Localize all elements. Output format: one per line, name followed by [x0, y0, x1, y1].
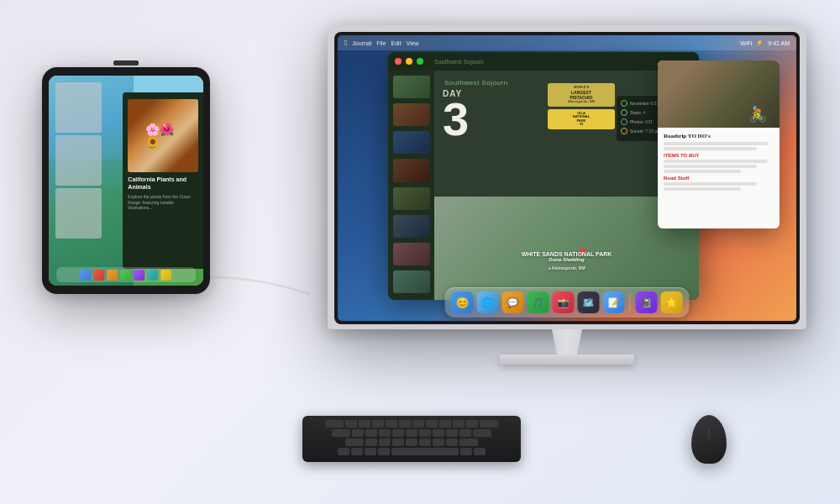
key-ctrl[interactable]	[351, 448, 363, 455]
sidebar-entry-6[interactable]	[393, 215, 430, 238]
photos-icon	[621, 118, 627, 125]
key-z[interactable]	[365, 438, 377, 446]
sidebar-entry-5[interactable]	[393, 187, 430, 210]
key-shift-right[interactable]	[459, 438, 478, 446]
journal-sidebar[interactable]	[388, 71, 434, 300]
key-shift-left[interactable]	[345, 438, 364, 446]
ipad-multitask-panel	[55, 82, 102, 250]
usb-c-cable	[208, 269, 309, 271]
sidebar-entry-7[interactable]	[393, 243, 430, 265]
ipad-dock-icon-1[interactable]	[81, 270, 92, 281]
window-fullscreen-button[interactable]	[417, 58, 423, 65]
sunset-icon	[621, 128, 627, 134]
notes-line-6	[664, 182, 757, 186]
key-q[interactable]	[345, 420, 357, 428]
ipad-dock-icon-3[interactable]	[108, 270, 118, 281]
window-close-button[interactable]	[395, 58, 402, 65]
key-w[interactable]	[359, 420, 370, 428]
key-cmd-left[interactable]	[378, 448, 390, 455]
ipad-dock-icon-5[interactable]	[134, 270, 145, 281]
key-h[interactable]	[419, 429, 431, 437]
dock-app-music[interactable]: 🎵	[528, 291, 549, 313]
key-n[interactable]	[433, 438, 444, 446]
macos-dock: 😊 🌐 💬 🎵 📸 🗺️ 📝 📓 ⭐	[445, 287, 690, 318]
key-cmd-right[interactable]	[460, 448, 472, 455]
monitor-outer-frame:  Journal File Edit View WiFi ⚡ 9:41 AM	[328, 25, 806, 329]
notes-line-7	[664, 187, 741, 191]
notes-section-1: ITEMS TO BUY	[664, 153, 774, 158]
key-u[interactable]	[426, 420, 438, 428]
ipad-device: California Plants and Animals Explore th…	[42, 67, 210, 294]
notes-line-2	[664, 147, 757, 150]
key-p[interactable]	[466, 420, 478, 428]
menubar-file[interactable]: File	[376, 40, 386, 46]
dock-app-messages[interactable]: 💬	[502, 291, 524, 313]
notes-roadtrip-panel: Roadtrip TO DO's ITEMS TO BUY Road Stuff	[658, 60, 780, 228]
dock-app-misc[interactable]: ⭐	[661, 291, 683, 313]
key-s[interactable]	[365, 429, 377, 437]
journal-stickers: WORLD'S LARGEST PISTACHIO Alamogordo, NM…	[548, 83, 615, 129]
sidebar-entry-3[interactable]	[393, 131, 430, 154]
magic-mouse[interactable]	[691, 415, 727, 464]
key-return[interactable]	[473, 429, 491, 437]
monitor-stand-base	[500, 354, 634, 365]
key-option[interactable]	[365, 448, 376, 455]
dock-app-notes[interactable]: 📝	[603, 291, 625, 313]
key-tab[interactable]	[325, 420, 344, 428]
menubar-app-name[interactable]: Journal	[352, 40, 371, 46]
key-x[interactable]	[379, 438, 391, 446]
key-l[interactable]	[459, 429, 471, 437]
keyboard-row-4	[307, 448, 516, 455]
sticker-pistachio: WORLD'S LARGEST PISTACHIO Alamogordo, NM	[548, 83, 615, 107]
key-d[interactable]	[379, 429, 391, 437]
dock-app-maps[interactable]: 🗺️	[578, 291, 600, 313]
key-a[interactable]	[352, 429, 364, 437]
dock-app-safari[interactable]: 🌐	[477, 291, 499, 313]
key-fn[interactable]	[338, 448, 349, 455]
key-y[interactable]	[412, 420, 424, 428]
ipad-dock[interactable]	[56, 267, 196, 282]
key-v[interactable]	[406, 438, 417, 446]
multitask-thumb-3	[55, 188, 102, 239]
key-b[interactable]	[419, 438, 431, 446]
ipad-dock-icon-6[interactable]	[148, 270, 159, 281]
map-park-label: WHITE SANDS NATIONAL PARK Dune-Sledding …	[522, 251, 612, 270]
key-g[interactable]	[406, 429, 417, 437]
key-i[interactable]	[439, 420, 451, 428]
dock-app-finder[interactable]: 😊	[452, 291, 474, 313]
key-spacebar[interactable]	[391, 448, 459, 455]
window-minimize-button[interactable]	[406, 58, 412, 65]
ipad-dock-icon-7[interactable]	[161, 270, 172, 281]
key-m[interactable]	[446, 438, 458, 446]
menubar-edit[interactable]: Edit	[391, 40, 402, 46]
ipad-book-title: California Plants and Animals	[128, 176, 198, 191]
sidebar-entry-4[interactable]	[393, 159, 430, 181]
key-r[interactable]	[386, 420, 397, 428]
notes-cyclist-image	[658, 60, 780, 128]
monitor-container:  Journal File Edit View WiFi ⚡ 9:41 AM	[328, 25, 806, 365]
key-caps[interactable]	[332, 429, 350, 437]
key-c[interactable]	[392, 438, 404, 446]
ipad-dock-icon-4[interactable]	[121, 270, 132, 281]
key-f[interactable]	[392, 429, 404, 437]
ipad-dock-icon-2[interactable]	[94, 270, 105, 281]
ipad-book-panel: California Plants and Animals Explore th…	[123, 92, 203, 269]
key-backspace[interactable]	[480, 420, 498, 428]
dock-app-journal[interactable]: 📓	[636, 291, 658, 313]
multitask-thumb-1	[55, 82, 102, 133]
key-k[interactable]	[446, 429, 458, 437]
key-j[interactable]	[433, 429, 444, 437]
notes-line-4	[664, 165, 757, 168]
key-o[interactable]	[453, 420, 465, 428]
key-option-right[interactable]	[474, 448, 486, 455]
sidebar-entry-8[interactable]	[393, 270, 430, 293]
key-t[interactable]	[399, 420, 411, 428]
key-e[interactable]	[372, 420, 384, 428]
notes-line-5	[664, 170, 741, 173]
sidebar-entry-2[interactable]	[393, 103, 430, 126]
keyboard-row-3	[307, 438, 516, 446]
dock-app-photos[interactable]: 📸	[553, 291, 575, 313]
apple-menu[interactable]: 	[344, 39, 347, 47]
sidebar-entry-1[interactable]	[393, 76, 430, 98]
menubar-view[interactable]: View	[407, 40, 419, 46]
